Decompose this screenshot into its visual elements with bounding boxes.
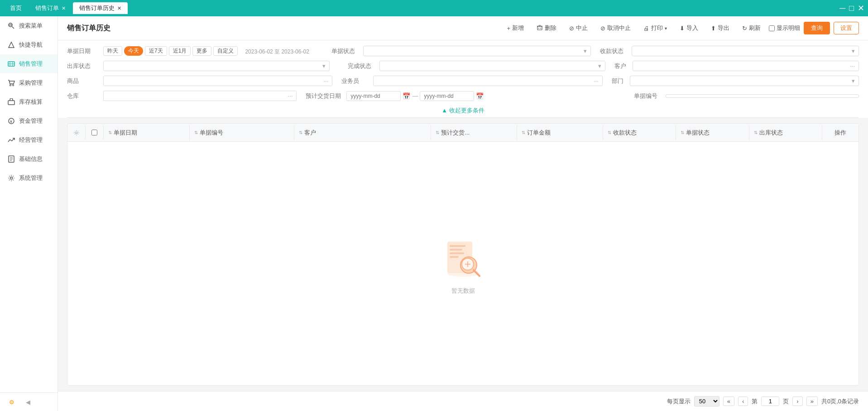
- refresh-button[interactable]: ↻ 刷新: [738, 22, 765, 34]
- th-payment-status[interactable]: ⇅ 收款状态: [603, 125, 676, 140]
- date-1month-btn[interactable]: 近1月: [169, 46, 191, 56]
- tab-sales-order-close[interactable]: ✕: [62, 5, 66, 11]
- th-amount-label: 订单金额: [527, 129, 551, 137]
- th-payment-label: 收款状态: [613, 129, 637, 137]
- th-actions: 操作: [822, 125, 858, 140]
- date-today-btn[interactable]: 今天: [124, 46, 143, 56]
- sidebar-collapse-icon[interactable]: ◀: [24, 397, 33, 406]
- collapse-btn[interactable]: ▲ 收起更多条件: [441, 106, 484, 115]
- tab-sales-order-history-close[interactable]: ✕: [117, 5, 121, 11]
- sort-icon-date: ⇅: [108, 130, 112, 135]
- th-checkbox[interactable]: [86, 126, 104, 139]
- tab-home[interactable]: 首页: [4, 2, 28, 14]
- customer-input[interactable]: ···: [633, 61, 859, 71]
- filter-section: 单据日期 昨天 今天 近7天 近1月: [58, 40, 868, 118]
- th-no[interactable]: ⇅ 单据编号: [190, 125, 295, 140]
- main-content: 销售订单历史 + 新增 删除 ⊘ 中止 ⊘ 取消中: [58, 16, 868, 411]
- sidebar-item-purchase[interactable]: 采购管理: [0, 73, 58, 92]
- tab-sales-order-history-label: 销售订单历史: [79, 4, 115, 12]
- page-input[interactable]: [761, 396, 779, 406]
- sidebar-item-operations[interactable]: 经营管理: [0, 131, 58, 150]
- per-page-select[interactable]: 50 20 100: [694, 396, 719, 406]
- window-max-button[interactable]: □: [849, 4, 854, 12]
- refresh-icon: ↻: [742, 25, 747, 32]
- query-button[interactable]: 查询: [804, 22, 830, 34]
- tab-home-label: 首页: [10, 4, 22, 12]
- import-button[interactable]: ⬇ 导入: [675, 22, 703, 34]
- th-order-status[interactable]: ⇅ 单据状态: [676, 125, 749, 140]
- th-date[interactable]: ⇅ 单据日期: [104, 125, 190, 140]
- salesperson-input[interactable]: ···: [373, 76, 602, 86]
- select-all-checkbox[interactable]: [91, 130, 97, 135]
- sidebar-label-operations: 经营管理: [19, 136, 43, 144]
- collapse-row: ▲ 收起更多条件: [67, 104, 859, 118]
- window-close-button[interactable]: ✕: [858, 4, 864, 12]
- th-settings[interactable]: [67, 126, 86, 140]
- order-no-input[interactable]: [666, 94, 859, 98]
- sidebar-item-sales[interactable]: 销售管理: [0, 54, 58, 73]
- expected-date-group: 📅 — 📅: [346, 91, 624, 101]
- date-more-btn[interactable]: 更多: [192, 46, 211, 56]
- date-yesterday-btn[interactable]: 昨天: [103, 46, 122, 56]
- date-separator: —: [412, 92, 418, 99]
- show-detail-input[interactable]: [769, 25, 775, 31]
- sidebar-item-basic-info[interactable]: 基础信息: [0, 150, 58, 169]
- empty-text: 暂无数据: [451, 287, 475, 295]
- first-page-btn[interactable]: «: [723, 396, 734, 406]
- print-button[interactable]: 🖨 打印 ▾: [639, 22, 671, 34]
- sidebar-item-finance[interactable]: ¥ 资金管理: [0, 111, 58, 131]
- expected-date-label: 预计交货日期: [306, 92, 346, 100]
- print-label: 打印: [651, 24, 663, 32]
- payment-status-select[interactable]: ▾: [632, 46, 859, 56]
- svg-point-9: [10, 85, 11, 86]
- product-input[interactable]: ···: [103, 76, 332, 86]
- dept-select[interactable]: ▾: [630, 76, 859, 86]
- purchase-icon: [7, 79, 15, 87]
- delete-button[interactable]: 删除: [532, 22, 561, 34]
- warehouse-input[interactable]: ···: [103, 91, 297, 101]
- last-page-btn[interactable]: »: [806, 396, 818, 406]
- order-status-select[interactable]: ▾: [363, 46, 590, 56]
- sidebar-label-purchase: 采购管理: [19, 79, 43, 87]
- window-min-button[interactable]: ─: [839, 4, 845, 12]
- th-no-label: 单据编号: [200, 129, 223, 137]
- date-quick-btns: 昨天 今天 近7天 近1月 更多: [103, 46, 238, 56]
- complete-status-select[interactable]: ▾: [379, 61, 606, 71]
- expected-date-end[interactable]: [420, 91, 474, 101]
- expected-date-start[interactable]: [346, 91, 401, 101]
- new-button[interactable]: + 新增: [502, 22, 528, 34]
- product-dots: ···: [323, 77, 328, 84]
- export-label: 导出: [718, 24, 729, 32]
- sidebar-item-system[interactable]: 系统管理: [0, 169, 58, 188]
- th-amount[interactable]: ⇅ 订单金额: [517, 125, 603, 140]
- th-delivery-status[interactable]: ⇅ 出库状态: [749, 125, 823, 140]
- show-detail-label: 显示明细: [777, 24, 800, 32]
- th-delivery-label: 预计交货...: [441, 129, 470, 137]
- th-customer[interactable]: ⇅ 客户: [294, 125, 431, 140]
- export-button[interactable]: ⬆ 导出: [706, 22, 734, 34]
- cancel-stop-button[interactable]: ⊘ 取消中止: [596, 22, 635, 34]
- settings-button[interactable]: 设置: [834, 22, 859, 34]
- date-custom-btn[interactable]: 自定义: [213, 46, 238, 56]
- sort-icon-delivery: ⇅: [436, 130, 439, 135]
- next-page-btn[interactable]: ›: [792, 396, 802, 406]
- date-range-text: 2023-06-02 至 2023-06-02: [245, 48, 309, 56]
- tab-sales-order[interactable]: 销售订单 ✕: [29, 2, 72, 14]
- sidebar-item-quick-nav[interactable]: 快捷导航: [0, 35, 58, 54]
- th-delivery[interactable]: ⇅ 预计交货...: [431, 125, 517, 140]
- tab-sales-order-history[interactable]: 销售订单历史 ✕: [73, 2, 128, 14]
- prev-page-btn[interactable]: ‹: [738, 396, 748, 406]
- sidebar-settings-icon[interactable]: ⚙: [7, 397, 16, 406]
- sidebar-label-finance: 资金管理: [19, 117, 43, 125]
- new-icon: +: [507, 25, 510, 32]
- date-7days-btn[interactable]: 近7天: [145, 46, 167, 56]
- stop-button[interactable]: ⊘ 中止: [565, 22, 592, 34]
- out-stock-select[interactable]: ▾: [103, 61, 330, 71]
- cancel-stop-label: 取消中止: [607, 24, 631, 32]
- sidebar-item-search-menu[interactable]: 搜索菜单: [0, 16, 58, 35]
- salesperson-dots: ···: [594, 77, 599, 84]
- sidebar-item-inventory[interactable]: 库存核算: [0, 92, 58, 111]
- show-detail-checkbox[interactable]: 显示明细: [769, 24, 800, 32]
- table-header: ⇅ 单据日期 ⇅ 单据编号 ⇅ 客户 ⇅ 预计交货... ⇅ 订单金额: [67, 124, 858, 142]
- sort-icon-payment: ⇅: [608, 130, 611, 135]
